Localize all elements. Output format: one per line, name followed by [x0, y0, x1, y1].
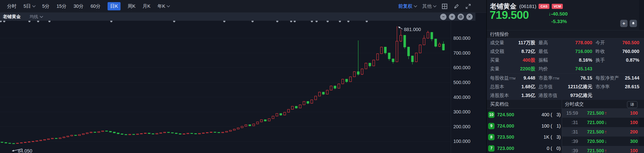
quote-cell: 昨收760.000: [596, 48, 639, 54]
tick-volume: 100: [630, 110, 638, 116]
quote-label: 均价: [538, 66, 548, 72]
quote-value: 25.144: [625, 75, 639, 81]
period-button-月K[interactable]: 月K: [143, 3, 150, 10]
period-button-周K[interactable]: 周K: [128, 3, 135, 10]
quote-cell: 成交额8.72亿: [490, 48, 535, 54]
period-button-5日[interactable]: 5日: [24, 3, 35, 10]
y-axis-tick: 700.000: [453, 50, 470, 56]
up-arrow-icon: ↑: [604, 129, 607, 135]
quote-label: 昨收: [596, 48, 605, 54]
order-book: 10724.500400 (3)9724.000100 (1)8723.5001…: [487, 109, 562, 153]
quote-row: 港股股本1.35亿港股市值973亿港元: [487, 91, 644, 100]
price-alert-bell-button[interactable]: [630, 20, 637, 27]
quote-cell: 最低716.000: [538, 48, 592, 54]
fullscreen-icon[interactable]: [465, 3, 471, 10]
quote-cell: 每股收益TTM9.448: [490, 75, 535, 81]
more-dropdown[interactable]: 其他: [422, 3, 436, 10]
book-level-badge: 7: [488, 145, 494, 152]
zoom-in-icon[interactable]: +: [449, 14, 455, 20]
quote-label: 最低: [538, 48, 548, 54]
quote-label: 每股净资产: [596, 75, 619, 81]
period-label: 日K: [110, 3, 118, 10]
quote-label: 买量: [490, 57, 500, 63]
adjustment-dropdown[interactable]: 前复权: [398, 3, 416, 10]
quote-cell: 市净率28.615: [596, 84, 639, 90]
time-sales-list[interactable]: 15:59721.500↑100:31721.000↓100:31721.500…: [562, 108, 644, 153]
quote-label: 港股市值: [538, 92, 558, 99]
add-to-watchlist-button[interactable]: +: [620, 20, 628, 27]
y-axis-tick: 500.000: [453, 80, 470, 85]
order-book-row[interactable]: 10724.500400 (3): [487, 109, 562, 120]
book-price: 723.500: [497, 134, 514, 140]
brush-icon[interactable]: [453, 3, 460, 10]
quote-value: 117万股: [518, 40, 535, 46]
tick-time: 15:59: [564, 110, 578, 116]
quote-value: 760.000: [622, 49, 639, 54]
period-label: 15分: [56, 3, 66, 10]
tick-volume: 100: [630, 148, 638, 153]
y-axis-tick: 100.000: [453, 139, 470, 144]
quote-cell: 成交量117万股: [490, 40, 535, 46]
book-price: 724.000: [497, 123, 514, 129]
settings-gear-icon[interactable]: [458, 14, 464, 20]
candlestick-chart[interactable]: 800.000700.000600.000500.000400.000300.0…: [0, 13, 486, 153]
quote-cell: 每股净资产25.144: [596, 75, 639, 81]
period-label: 分时: [7, 3, 16, 10]
period-button-年K[interactable]: 年K: [158, 3, 170, 10]
tick-price: 720.500: [587, 139, 604, 144]
detail-button[interactable]: 详: [627, 101, 638, 108]
book-order-count: 3): [552, 112, 561, 118]
quote-label: 总市值: [538, 84, 553, 90]
grid-layout-icon[interactable]: [442, 3, 448, 10]
book-order-count: 3): [552, 134, 561, 140]
close-icon[interactable]: ×: [466, 14, 473, 20]
period-label: 5分: [42, 3, 50, 10]
up-arrow-icon: ↑: [604, 148, 607, 153]
quote-section-header: 行情报价: [487, 30, 644, 38]
ma-dropdown[interactable]: 均线: [30, 14, 42, 20]
order-book-row[interactable]: 9724.000100 (1): [487, 120, 562, 132]
quote-row: 成交额8.72亿最低716.000昨收760.000: [487, 47, 644, 56]
quote-label: 港股股本: [490, 92, 509, 99]
quote-label: 今开: [596, 40, 605, 46]
period-button-5分[interactable]: 5分: [42, 3, 50, 10]
quote-row: 成交量117万股最高778.000今开760.500: [487, 38, 644, 47]
down-arrow-icon: ↓: [548, 11, 551, 16]
period-button-30分[interactable]: 30分: [74, 3, 84, 10]
y-axis-tick: 400.000: [453, 94, 470, 100]
quote-value: 1.68亿: [521, 84, 535, 90]
book-order-count: 0): [552, 146, 561, 151]
quote-row: 总股本1.68亿总市值1211亿港元市净率28.615: [487, 82, 644, 91]
tick-volume: 200: [630, 129, 638, 135]
period-button-15分[interactable]: 15分: [56, 3, 66, 10]
quote-value: 400股: [523, 57, 535, 63]
quote-cell: 总市值1211亿港元: [538, 84, 592, 90]
period-button-60分[interactable]: 60分: [90, 3, 100, 10]
quote-value: 8.72亿: [521, 48, 535, 54]
stock-info-panel: 老铺黄金 (06181) CAS VCM 719.500 ↓-40.500 -5…: [487, 0, 644, 153]
quote-label: 每股收益: [490, 75, 509, 81]
quote-row: 买量400股振幅8.16%换手0.87%: [487, 56, 644, 64]
tick-time: :31: [564, 120, 578, 125]
down-arrow-icon: ↓: [604, 120, 607, 125]
quote-label-suffix: TTM: [509, 77, 516, 80]
order-book-row[interactable]: 7723.0000 (0): [487, 143, 562, 153]
tick-price: 721.500: [587, 148, 604, 153]
chart-symbol-label: 老铺黄金: [3, 14, 21, 20]
order-book-row[interactable]: 8723.5001K (3): [487, 132, 562, 143]
tick-time: :39: [564, 139, 578, 144]
quote-value: 716.000: [575, 49, 592, 54]
period-button-日K[interactable]: 日K: [108, 2, 120, 10]
quote-cell: 最高778.000: [538, 40, 592, 46]
quote-label: 卖量: [490, 66, 500, 72]
quote-cell: 港股市值973亿港元: [538, 92, 592, 99]
chevron-down-icon: [32, 4, 36, 7]
quote-value: 76.15: [580, 75, 592, 81]
period-button-分时[interactable]: 分时: [7, 3, 16, 10]
chevron-down-icon: [433, 4, 436, 7]
zoom-out-icon[interactable]: −: [440, 14, 446, 20]
book-volume: 100 (: [541, 123, 552, 129]
period-label: 30分: [74, 3, 84, 10]
toolbar-right: 前复权 其他: [398, 0, 471, 12]
tick-volume: 100: [630, 120, 638, 125]
